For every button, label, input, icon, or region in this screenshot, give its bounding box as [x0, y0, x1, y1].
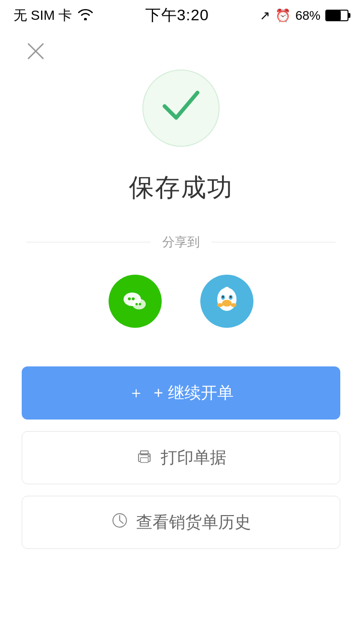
wifi-icon — [77, 8, 94, 24]
location-icon: ↗ — [260, 8, 270, 23]
status-left: 无 SIM 卡 — [14, 6, 94, 25]
svg-point-11 — [222, 296, 224, 298]
wechat-share-button[interactable] — [109, 275, 162, 328]
svg-point-16 — [224, 287, 230, 293]
svg-point-12 — [230, 296, 232, 298]
svg-point-13 — [222, 300, 232, 307]
divider-line-right — [211, 242, 335, 242]
svg-point-7 — [139, 303, 141, 306]
qq-share-button[interactable] — [200, 275, 253, 328]
success-title: 保存成功 — [129, 171, 233, 205]
battery-icon — [325, 10, 348, 21]
svg-point-14 — [217, 303, 223, 307]
status-right: ↗ ⏰ 68% — [260, 8, 348, 23]
share-icons — [109, 275, 253, 328]
svg-point-4 — [132, 297, 135, 300]
plus-icon: ＋ — [128, 382, 144, 404]
continue-button[interactable]: ＋ + 继续开单 — [22, 366, 340, 420]
success-circle — [142, 70, 220, 147]
svg-rect-18 — [140, 458, 148, 462]
main-content: 保存成功 分享到 — [0, 31, 362, 549]
svg-point-3 — [128, 297, 131, 300]
battery-text: 68% — [295, 8, 320, 23]
close-button[interactable] — [22, 38, 49, 65]
carrier-text: 无 SIM 卡 — [14, 6, 72, 25]
svg-point-15 — [231, 303, 237, 307]
print-button[interactable]: 打印单据 — [22, 431, 340, 484]
history-label: 查看销货单历史 — [136, 511, 251, 533]
print-label: 打印单据 — [161, 447, 226, 469]
printer-icon — [136, 447, 153, 468]
svg-point-20 — [148, 455, 150, 457]
alarm-icon: ⏰ — [275, 8, 291, 23]
divider-line-left — [27, 242, 151, 242]
clock-icon — [111, 512, 128, 533]
svg-point-6 — [136, 303, 138, 306]
action-buttons: ＋ + 继续开单 打印单据 查看销货单历 — [22, 366, 340, 549]
status-bar: 无 SIM 卡 下午3:20 ↗ ⏰ 68% — [0, 0, 362, 31]
share-label: 分享到 — [151, 234, 211, 251]
share-divider: 分享到 — [27, 234, 335, 251]
status-time: 下午3:20 — [145, 5, 209, 26]
checkmark-icon — [162, 89, 200, 127]
history-button[interactable]: 查看销货单历史 — [22, 496, 340, 549]
continue-label: + 继续开单 — [153, 382, 233, 404]
